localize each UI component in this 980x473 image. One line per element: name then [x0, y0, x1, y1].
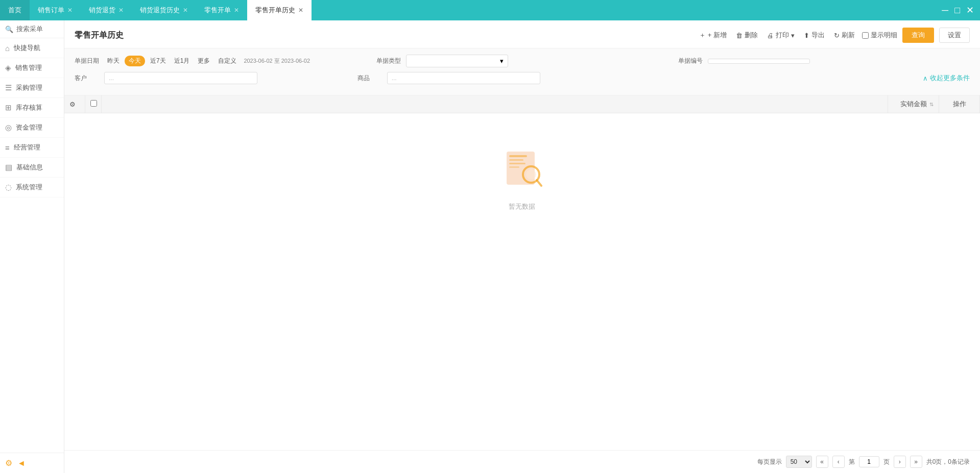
tab-retail-open-history-close[interactable]: ✕	[298, 7, 303, 14]
delete-button[interactable]: 🗑 删除	[734, 30, 760, 41]
empty-row: 暂无数据	[64, 113, 980, 242]
top-tab-bar: 首页 销售订单 ✕ 销货退货 ✕ 销货退货历史 ✕ 零售开单 ✕ 零售开单历史 …	[0, 0, 980, 20]
customer-filter-group: 客户 ...	[75, 72, 347, 84]
date-1month[interactable]: 近1月	[171, 56, 193, 66]
collapse-filter-btn[interactable]: ∧ 收起更多条件	[923, 71, 970, 85]
query-button[interactable]: 查询	[902, 28, 934, 43]
chevron-down-icon: ▾	[500, 57, 504, 65]
svg-rect-4	[509, 166, 519, 168]
next-page-btn[interactable]: ›	[894, 456, 906, 468]
svg-point-6	[526, 169, 536, 180]
settings-icon[interactable]: ⚙	[5, 458, 12, 468]
page-title: 零售开单历史	[75, 30, 124, 41]
date-filter-group: 单据日期 昨天 今天 近7天 近1月 更多 自定义 2023-06-02 至 2…	[75, 56, 366, 66]
add-icon: ＋	[699, 31, 706, 40]
doc-no-filter-group: 单据编号	[678, 57, 970, 65]
date-custom[interactable]: 自定义	[215, 56, 240, 66]
date-7days[interactable]: 近7天	[147, 56, 169, 66]
tab-sales-return-history[interactable]: 销货退货历史 ✕	[132, 0, 196, 20]
tab-retail-open-history[interactable]: 零售开单历史 ✕	[247, 0, 312, 20]
date-today[interactable]: 今天	[125, 56, 145, 66]
tab-retail-open[interactable]: 零售开单 ✕	[196, 0, 247, 20]
th-checkbox[interactable]	[85, 95, 101, 113]
system-icon: ◌	[5, 183, 12, 192]
th-settings[interactable]: ⚙	[64, 95, 85, 113]
tab-sales-return[interactable]: 销货退货 ✕	[81, 0, 132, 20]
collapse-icon: ∧	[923, 74, 928, 82]
tab-home[interactable]: 首页	[0, 0, 30, 20]
table-container: ⚙ 单据日期 ⇅ 单据编号 ⇅	[64, 95, 980, 450]
home-icon: ⌂	[5, 44, 10, 53]
empty-state: 暂无数据	[64, 113, 980, 242]
table-settings-icon[interactable]: ⚙	[69, 101, 76, 108]
svg-rect-3	[509, 163, 525, 164]
sidebar-item-sales-mgmt[interactable]: ◈ 销售管理	[0, 58, 64, 78]
doc-type-filter-group: 单据类型 ▾	[376, 55, 668, 67]
show-detail-checkbox-label[interactable]: 显示明细	[862, 31, 897, 40]
filter-area: 单据日期 昨天 今天 近7天 近1月 更多 自定义 2023-06-02 至 2…	[64, 48, 980, 95]
sidebar-item-finance[interactable]: ◎ 资金管理	[0, 118, 64, 138]
main-layout: 🔍 搜索采单 ⌂ 快捷导航 ◈ 销售管理 ☰ 采购管理 ⊞ 库存核算 ◎ 资金管…	[0, 20, 980, 473]
doc-no-label: 单据编号	[678, 57, 704, 65]
window-close-btn[interactable]: ✕	[966, 5, 974, 16]
settings-button[interactable]: 设置	[939, 28, 970, 43]
pagination: 每页显示 50 10 20 100 « ‹ 第 页 › » 共0页，0条记录	[64, 450, 980, 473]
show-detail-checkbox[interactable]	[862, 32, 869, 39]
empty-text: 暂无数据	[509, 202, 535, 211]
th-actual-amount[interactable]: 实销金额 ⇅	[888, 95, 939, 113]
window-min-btn[interactable]: ─	[942, 5, 948, 16]
date-quick-select: 昨天 今天 近7天 近1月 更多 自定义	[104, 56, 240, 66]
refresh-icon: ↻	[834, 32, 840, 39]
sidebar-search[interactable]: 🔍 搜索采单	[0, 20, 64, 38]
svg-rect-1	[509, 155, 527, 157]
customer-label: 客户	[75, 74, 100, 83]
sidebar-item-operations[interactable]: ≡ 经营管理	[0, 138, 64, 158]
date-filter-label: 单据日期	[75, 57, 100, 65]
tab-sales-return-close[interactable]: ✕	[118, 7, 124, 14]
sidebar-item-purchase-mgmt[interactable]: ☰ 采购管理	[0, 78, 64, 98]
purchase-icon: ☰	[5, 83, 12, 92]
operations-icon: ≡	[5, 143, 10, 152]
prev-page-btn[interactable]: ‹	[832, 456, 845, 468]
goods-placeholder: ...	[392, 74, 397, 82]
window-max-btn[interactable]: □	[954, 5, 960, 16]
collapse-sidebar-icon[interactable]: ◄	[17, 459, 26, 468]
inventory-icon: ⊞	[5, 103, 12, 112]
date-yesterday[interactable]: 昨天	[104, 56, 123, 66]
goods-label: 商品	[357, 74, 383, 83]
finance-icon: ◎	[5, 123, 12, 132]
customer-input[interactable]: ...	[104, 72, 257, 84]
data-table: ⚙ 单据日期 ⇅ 单据编号 ⇅	[64, 95, 980, 242]
last-page-btn[interactable]: »	[910, 456, 922, 468]
sidebar-item-inventory[interactable]: ⊞ 库存核算	[0, 98, 64, 118]
empty-illustration	[496, 144, 547, 195]
per-page-select[interactable]: 50 10 20 100	[786, 456, 812, 468]
page-number-input[interactable]	[859, 456, 879, 467]
filter-row-2: 客户 ... 商品 ... ∧ 收起更多条件	[75, 71, 970, 85]
table-body: 暂无数据	[64, 113, 980, 242]
export-button[interactable]: ⬆ 导出	[802, 30, 827, 41]
refresh-button[interactable]: ↻ 刷新	[832, 30, 857, 41]
tab-sales-return-history-close[interactable]: ✕	[183, 7, 188, 14]
sort-actual-amount-icon: ⇅	[929, 102, 934, 107]
sidebar-item-basic-info[interactable]: ▤ 基础信息	[0, 158, 64, 178]
print-button[interactable]: 🖨 打印 ▾	[765, 30, 797, 41]
page-header: 零售开单历史 ＋ + 新增 🗑 删除 🖨 打印 ▾ ⬆ 导出	[64, 20, 980, 48]
doc-no-input[interactable]	[708, 59, 810, 64]
sidebar-item-quick-nav[interactable]: ⌂ 快捷导航	[0, 38, 64, 58]
page-unit: 页	[883, 458, 890, 466]
select-all-checkbox[interactable]	[90, 100, 97, 107]
goods-input[interactable]: ...	[387, 72, 540, 84]
tab-retail-open-close[interactable]: ✕	[234, 7, 239, 14]
sidebar-item-system-mgmt[interactable]: ◌ 系统管理	[0, 178, 64, 197]
doc-type-select[interactable]: ▾	[406, 55, 508, 67]
add-button[interactable]: ＋ + 新增	[697, 30, 729, 41]
per-page-label: 每页显示	[757, 458, 782, 466]
tab-sales-order[interactable]: 销售订单 ✕	[30, 0, 81, 20]
date-more[interactable]: 更多	[195, 56, 213, 66]
first-page-btn[interactable]: «	[816, 456, 828, 468]
sidebar: 🔍 搜索采单 ⌂ 快捷导航 ◈ 销售管理 ☰ 采购管理 ⊞ 库存核算 ◎ 资金管…	[0, 20, 64, 473]
header-actions: ＋ + 新增 🗑 删除 🖨 打印 ▾ ⬆ 导出 ↻	[697, 28, 970, 43]
table-header-row: ⚙ 单据日期 ⇅ 单据编号 ⇅	[64, 95, 980, 113]
tab-sales-order-close[interactable]: ✕	[67, 7, 73, 14]
